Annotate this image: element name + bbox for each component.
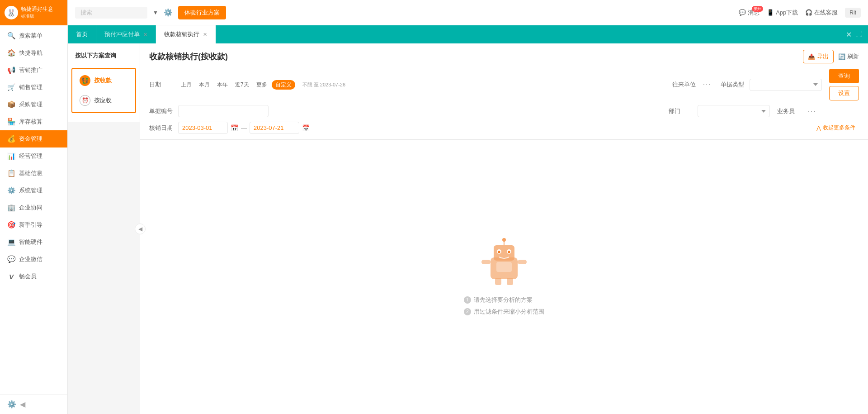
sidebar-item-purchase[interactable]: 📦 采购管理 [0, 96, 67, 113]
filter-panel-collapse-btn[interactable]: ◀ [135, 224, 146, 234]
partner-ellipsis[interactable]: ··· [701, 79, 713, 90]
date-btn-7days[interactable]: 近7天 [232, 80, 252, 90]
sidebar-item-vip[interactable]: V 畅会员 [0, 268, 67, 285]
calendar-end-icon[interactable]: 📅 [302, 124, 310, 132]
tab-expand-btn[interactable]: ⛶ [855, 30, 863, 38]
headset-icon: 🎧 [805, 9, 812, 16]
vip-icon: V [7, 273, 15, 281]
svg-point-5 [508, 251, 510, 253]
verify-date-range: 2023-03-01 📅 — 2023-07-21 📅 [178, 122, 310, 134]
user-avatar[interactable]: Rit [845, 8, 861, 18]
svg-rect-6 [481, 260, 491, 264]
sidebar-item-sales[interactable]: 🛒 销售管理 [0, 79, 67, 96]
query-row-3: 核销日期 2023-03-01 📅 — 2023-07-21 📅 ⋀ [149, 122, 859, 134]
content-area: 按以下方案查询 💱 按收款 ⏰ 按应收 ◀ 收款核销执 [68, 43, 868, 414]
topbar-dropdown-icon[interactable]: ▼ [153, 10, 158, 16]
settings-bottom-icon[interactable]: ⚙️ [7, 400, 16, 409]
filter-panel: 按以下方案查询 💱 按收款 ⏰ 按应收 [68, 43, 140, 122]
tab-home[interactable]: 首页 [68, 25, 96, 43]
date-quick-btns: 上月 本月 本年 近7天 更多 自定义 [178, 80, 295, 90]
sidebar-collapse-btn[interactable]: ◀︎ [20, 400, 25, 409]
verify-date-end[interactable]: 2023-07-21 [250, 122, 299, 134]
date-btn-more[interactable]: 更多 [254, 80, 270, 90]
tab-close-btn[interactable]: ✕ [846, 30, 852, 39]
tab-prepay-close[interactable]: ✕ [143, 32, 147, 38]
sidebar-item-finance[interactable]: 💰 资金管理 [0, 130, 67, 148]
sidebar-item-guide[interactable]: 🎯 新手引导 [0, 216, 67, 233]
date-filter-group: 日期 上月 本月 本年 近7天 更多 自定义 [149, 80, 295, 90]
target-icon: 🎯 [7, 221, 15, 229]
empty-tip-1: 1 请先选择要分析的方案 [464, 294, 544, 306]
tab-collect-close[interactable]: ✕ [203, 32, 207, 38]
app-logo: 🐰 畅捷通好生意 标准版 [0, 0, 67, 25]
topbar-gear-icon[interactable]: ⚙️ [164, 8, 173, 17]
export-button[interactable]: 📤 导出 [803, 50, 834, 63]
staff-ellipsis[interactable]: ··· [806, 105, 818, 117]
staff-filter-group: 业务员 ··· [777, 105, 818, 117]
tab-collect[interactable]: 收款核销执行 ✕ [156, 25, 216, 43]
filter-by-collect[interactable]: 💱 按收款 [72, 71, 135, 90]
sidebar-item-search[interactable]: 🔍 搜索菜单 [0, 27, 67, 44]
refresh-button[interactable]: 🔄 刷新 [838, 52, 859, 61]
empty-tips: 1 请先选择要分析的方案 2 用过滤条件来缩小分析范围 [464, 294, 544, 318]
svg-rect-8 [495, 278, 501, 285]
sidebar-item-quick[interactable]: 🏠 快捷导航 [0, 44, 67, 62]
sidebar-item-manage[interactable]: 📊 经营管理 [0, 148, 67, 165]
query-row-1: 日期 上月 本月 本年 近7天 更多 自定义 不限 至 2023-0 [149, 69, 859, 100]
sidebar-bottom: ⚙️ ◀︎ [0, 394, 67, 414]
date-btn-last-month[interactable]: 上月 [178, 80, 194, 90]
empty-robot-icon [479, 237, 529, 287]
date-btn-this-month[interactable]: 本月 [196, 80, 212, 90]
page-title: 收款核销执行(按收款) [149, 51, 228, 62]
page-header-area: 收款核销执行(按收款) 📤 导出 🔄 刷新 [140, 43, 868, 140]
query-button[interactable]: 查询 [829, 69, 859, 83]
sidebar-item-wechat[interactable]: 💬 企业微信 [0, 251, 67, 268]
calendar-start-icon[interactable]: 📅 [231, 124, 238, 132]
sidebar-item-system[interactable]: ⚙️ 系统管理 [0, 182, 67, 199]
topbar-search-placeholder: 搜索 [75, 7, 147, 19]
app-download-button[interactable]: 📱 App下载 [767, 9, 798, 17]
main: 搜索 ▼ ⚙️ 体验行业方案 💬 消息 99+ 📱 App下载 🎧 在线客服 R… [68, 0, 868, 414]
online-service-button[interactable]: 🎧 在线客服 [805, 9, 838, 17]
filter-panel-wrap: 按以下方案查询 💱 按收款 ⏰ 按应收 ◀ [68, 43, 140, 414]
dept-filter-group: 部门 [669, 105, 770, 117]
phone-icon: 📱 [767, 9, 774, 16]
hardware-icon: 💻 [7, 238, 15, 246]
sidebar-item-inventory[interactable]: 🏪 库存核算 [0, 113, 67, 130]
tab-prepay[interactable]: 预付冲应付单 ✕ [96, 25, 156, 43]
filter-panel-header: 按以下方案查询 [68, 49, 140, 64]
building-icon: 🏢 [7, 204, 15, 212]
message-icon: 💬 [739, 9, 746, 16]
sidebar-item-hardware[interactable]: 💻 智能硬件 [0, 233, 67, 251]
query-action-btns: 查询 设置 [829, 69, 859, 100]
empty-state: 1 请先选择要分析的方案 2 用过滤条件来缩小分析范围 [140, 140, 868, 414]
svg-point-4 [498, 251, 500, 253]
verify-date-filter-group: 核销日期 2023-03-01 📅 — 2023-07-21 📅 [149, 122, 310, 134]
chart-icon: 📊 [7, 152, 15, 160]
setting-button[interactable]: 设置 [829, 86, 859, 100]
message-button[interactable]: 💬 消息 99+ [739, 9, 760, 17]
sidebar-nav: 🔍 搜索菜单 🏠 快捷导航 📢 营销推广 🛒 销售管理 📦 采购管理 🏪 库存核… [0, 25, 67, 394]
solution-button[interactable]: 体验行业方案 [178, 6, 226, 19]
doc-type-select[interactable] [750, 79, 822, 91]
main-content: 收款核销执行(按收款) 📤 导出 🔄 刷新 [140, 43, 868, 414]
wechat-icon: 💬 [7, 255, 15, 263]
partner-filter-group: 往来单位 ··· [672, 79, 713, 90]
sidebar-item-enterprise[interactable]: 🏢 企业协同 [0, 199, 67, 216]
logo-icon: 🐰 [5, 6, 18, 19]
filter-by-receivable[interactable]: ⏰ 按应收 [72, 90, 135, 110]
page-top-actions: 📤 导出 🔄 刷新 [803, 50, 859, 63]
sidebar-item-marketing[interactable]: 📢 营销推广 [0, 62, 67, 79]
svg-rect-7 [518, 260, 527, 264]
topbar: 搜索 ▼ ⚙️ 体验行业方案 💬 消息 99+ 📱 App下载 🎧 在线客服 R… [68, 0, 868, 25]
doc-no-input[interactable] [178, 105, 269, 117]
sidebar-item-basic[interactable]: 📋 基础信息 [0, 165, 67, 182]
dept-select[interactable] [698, 105, 770, 117]
svg-rect-12 [496, 262, 512, 272]
doc-icon: 📋 [7, 169, 15, 177]
refresh-icon: 🔄 [838, 53, 845, 60]
verify-date-start[interactable]: 2023-03-01 [178, 122, 228, 134]
collapse-conditions-btn[interactable]: ⋀ 收起更多条件 [813, 122, 859, 133]
date-btn-custom[interactable]: 自定义 [272, 80, 295, 90]
date-btn-this-year[interactable]: 本年 [214, 80, 231, 90]
